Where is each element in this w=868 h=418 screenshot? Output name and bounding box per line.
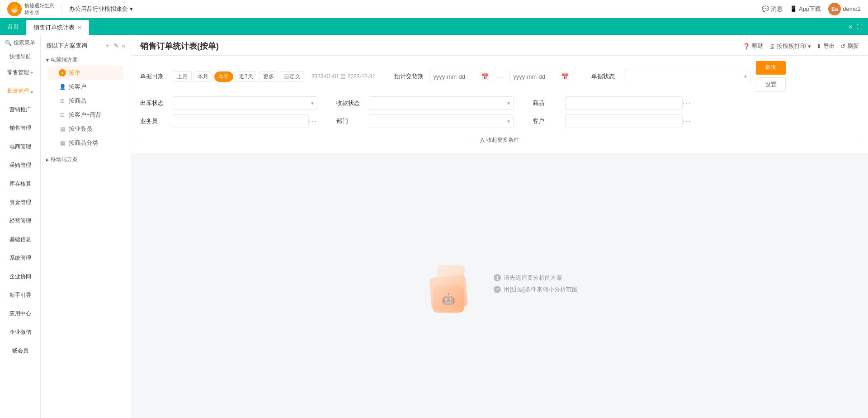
sidebar-quick-nav[interactable]: 快捷导航 [0,50,40,63]
grid-icon: ⊞ [59,97,66,104]
sidebar-item-sales[interactable]: 销售管理 [0,119,40,138]
sidebar-item-retail[interactable]: 零售管理 ▾ [0,63,40,82]
status-select[interactable] [624,70,750,83]
scheme-item-by-customer-product[interactable]: ⊟ 按客户+商品 [48,108,123,122]
sidebar-item-enterprise[interactable]: 企业协同 [0,267,40,286]
separator-line-right [526,140,859,140]
date-btn-custom[interactable]: 自定义 [280,71,304,82]
customer-dots[interactable]: ··· [683,117,691,125]
dept-select-wrapper: ▾ [369,114,514,128]
page-title: 销售订单统计表(按单) [140,41,219,52]
user-menu[interactable]: Ea demo2 [828,3,861,15]
salesman-label: 业务员 [140,117,167,125]
print-arrow-icon: ▾ [808,43,811,50]
scheme-item-by-product[interactable]: ⊞ 按商品 [48,94,123,108]
logo-text: 畅捷通好生意 标准版 [24,2,54,15]
tab-home[interactable]: 首页 [0,18,26,35]
date-btn-last7[interactable]: 近7天 [235,71,257,82]
query-button[interactable]: 查询 [756,61,786,75]
tab-minimize-icon[interactable]: ✕ [848,24,853,30]
sidebar-item-finance[interactable]: 资金管理 [0,193,40,212]
empty-hint-1: 1 请先选择要分析的方案 [494,274,577,282]
scheme-category-mobile-header[interactable]: ▸ 移动端方案 [46,154,125,165]
people-icon: 👤 [59,83,66,90]
workspace-select[interactable]: 办公用品行业模拟账套 ▾ [69,5,133,13]
edit-scheme-button[interactable]: ✎ [113,42,119,49]
sidebar-item-wechat[interactable]: 企业微信 [0,323,40,342]
sidebar-item-newbie[interactable]: 新手引导 [0,286,40,304]
customer-input[interactable] [565,114,683,128]
sidebar-item-system[interactable]: 系统管理 [0,249,40,267]
collapse-icon: ⋀ [480,137,485,143]
chevron-down-icon: ▾ [46,57,49,63]
scheme-item-by-order[interactable]: ● 按单 [48,66,123,80]
download-icon: 📱 [790,5,797,12]
sidebar-item-wholesale[interactable]: 批发管理 ▴ [0,82,40,100]
sidebar-item-ecommerce[interactable]: 电商管理 [0,138,40,156]
expected-date-label: 预计交货期 [394,72,424,81]
sidebar-item-operations[interactable]: 经营管理 [0,212,40,230]
avatar: Ea [828,3,841,15]
scheme-item-by-customer[interactable]: 👤 按客户 [48,80,123,94]
goods-input[interactable] [565,96,683,110]
date-btn-this-month[interactable]: 本月 [193,71,212,82]
calendar-end-icon: 📅 [561,73,569,80]
salesman-dots[interactable]: ··· [309,117,317,125]
grid3-icon: ▦ [59,139,66,147]
export-button[interactable]: ⬇ 导出 [816,42,835,50]
help-button[interactable]: ❓ 帮助 [743,42,764,50]
collection-label: 收款状态 [336,99,363,107]
collapse-button[interactable]: ⋀ 收起更多条件 [473,136,526,144]
add-scheme-button[interactable]: ＋ [104,42,111,50]
settings-button[interactable]: 设置 [756,77,786,92]
main-content: 销售订单统计表(按单) ❓ 帮助 🖨 按模板打印 ▾ ⬇ 导出 [131,35,868,418]
empty-robot-icon: 🤖 [442,293,455,305]
date-label: 单据日期 [140,72,167,81]
delivery-select[interactable] [173,96,317,110]
retail-arrow-icon: ▾ [31,70,33,75]
salesman-input[interactable] [173,114,309,128]
goods-dots[interactable]: ··· [683,99,691,107]
date-btn-more[interactable]: 更多 [259,71,278,82]
scheme-item-by-category[interactable]: ▦ 按商品分类 [48,136,123,150]
dept-select[interactable] [369,114,514,128]
workspace-arrow-icon: ▾ [130,5,133,12]
wholesale-arrow-icon: ▴ [31,89,33,94]
sidebar-item-app-center[interactable]: 应用中心 [0,304,40,323]
sidebar-item-marketing[interactable]: 营销推广 [0,100,40,119]
sidebar: 🔍 搜索菜单 快捷导航 零售管理 ▾ 批发管理 ▴ 营销推广 销售管理 电商管理… [0,35,41,418]
date-btn-this-year[interactable]: 本年 [214,71,233,82]
filter-collapse-separator: ⋀ 收起更多条件 [140,133,859,147]
content-with-panel: 按以下方案查询 ＋ ✎ « ▾ 电脑端方案 ● 按单 [41,35,868,418]
tab-order-stats[interactable]: 销售订单统计表 ✕ [26,20,89,35]
tab-close-icon[interactable]: ✕ [77,24,82,31]
date-btn-last-month[interactable]: 上月 [173,71,192,82]
date-shortcuts: 上月 本月 本年 近7天 更多 自定义 [173,71,304,82]
top-header: 🐣 畅捷通好生意 标准版 办公用品行业模拟账套 ▾ 💬 消息 📱 App下载 E… [0,0,868,18]
date-end-input-wrapper: 📅 [509,70,572,83]
sidebar-item-basic[interactable]: 基础信息 [0,230,40,249]
sidebar-item-inventory[interactable]: 库存核算 [0,175,40,193]
tab-maximize-icon[interactable]: ⛶ [857,24,863,30]
scheme-category-pc-header[interactable]: ▾ 电脑端方案 [46,54,125,66]
print-button[interactable]: 🖨 按模板打印 ▾ [769,42,811,50]
refresh-button[interactable]: ↺ 刷新 [840,42,859,50]
app-download-button[interactable]: 📱 App下载 [790,5,821,13]
page-header-actions: ❓ 帮助 🖨 按模板打印 ▾ ⬇ 导出 ↺ 刷新 [743,42,859,50]
main-layout: 🔍 搜索菜单 快捷导航 零售管理 ▾ 批发管理 ▴ 营销推广 销售管理 电商管理… [0,35,868,418]
scheme-category-mobile: ▸ 移动端方案 [41,152,131,167]
message-button[interactable]: 💬 消息 [762,5,783,13]
date-start-input-wrapper: 📅 [429,70,492,83]
scheme-item-by-salesman[interactable]: ▤ 按业务员 [48,122,123,136]
collapse-scheme-button[interactable]: « [122,42,125,49]
empty-box-main: 🤖 [433,285,464,313]
sidebar-search[interactable]: 🔍 搜索菜单 [0,35,40,50]
sidebar-item-purchase[interactable]: 采购管理 [0,156,40,175]
empty-state: 🤖 1 请先选择要分析的方案 2 用[过滤]条件来缩小分析范围 [131,153,868,418]
refresh-icon: ↺ [840,43,845,50]
sidebar-item-member[interactable]: 畅会员 [0,342,40,360]
collection-select[interactable] [369,96,514,110]
filter-row-3: 业务员 ··· 部门 ▾ 客户 ··· [140,114,859,128]
empty-text: 1 请先选择要分析的方案 2 用[过滤]条件来缩小分析范围 [494,274,577,297]
help-icon: ❓ [743,43,750,50]
